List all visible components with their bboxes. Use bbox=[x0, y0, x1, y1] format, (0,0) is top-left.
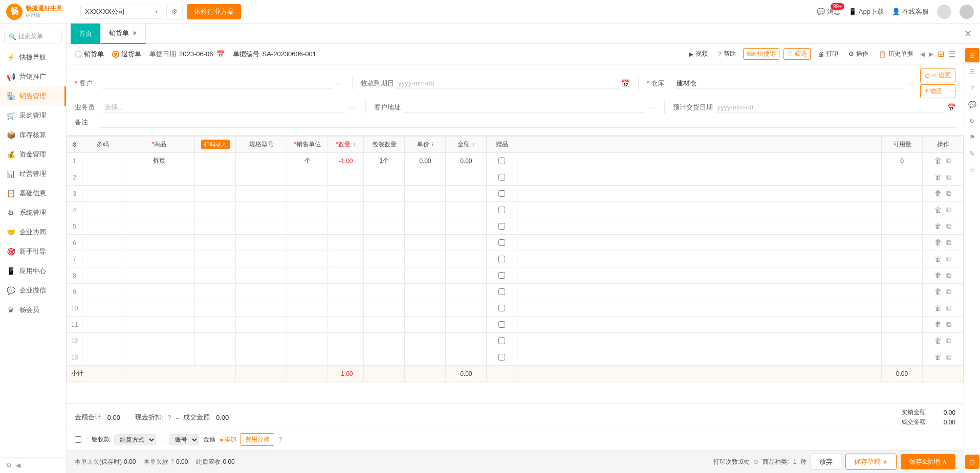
cell-unit-6[interactable] bbox=[287, 251, 328, 267]
cell-pkg-2[interactable] bbox=[364, 186, 405, 202]
delete-icon-3[interactable]: 🗑 bbox=[933, 206, 943, 214]
sidebar-item-sales-mgmt[interactable]: 🏪销售管理 bbox=[0, 86, 66, 106]
sidebar-item-inventory[interactable]: 📦库存核算 bbox=[0, 125, 66, 145]
delete-icon-9[interactable]: 🗑 bbox=[933, 304, 943, 312]
cell-amount-2[interactable] bbox=[446, 186, 487, 202]
cell-amount-10[interactable] bbox=[446, 317, 487, 333]
cell-price-9[interactable] bbox=[405, 300, 446, 317]
cell-unit-4[interactable] bbox=[287, 218, 328, 235]
cell-amount-3[interactable] bbox=[446, 202, 487, 218]
cumul-owe-info[interactable]: ? bbox=[170, 458, 174, 465]
customer-address-input[interactable] bbox=[403, 102, 644, 113]
cell-price-10[interactable] bbox=[405, 317, 446, 333]
cell-gift-9[interactable] bbox=[487, 300, 517, 317]
remark-input[interactable] bbox=[100, 117, 955, 128]
cell-price-2[interactable] bbox=[405, 186, 446, 202]
sidebar-search[interactable]: 🔍 搜索菜单 bbox=[4, 30, 62, 43]
copy-icon-12[interactable]: ⧉ bbox=[945, 353, 953, 361]
cell-qty-11[interactable] bbox=[328, 333, 364, 349]
settings-icon[interactable]: ⚙ bbox=[166, 4, 183, 20]
cell-barcode-4[interactable] bbox=[82, 218, 123, 235]
delete-icon-6[interactable]: 🗑 bbox=[933, 255, 943, 263]
cell-qty-0[interactable]: -1.00 bbox=[328, 153, 364, 169]
warehouse-dots-icon[interactable]: ··· bbox=[906, 79, 916, 87]
cell-price-3[interactable] bbox=[405, 202, 446, 218]
expense-split-button[interactable]: 费用分摊 bbox=[241, 433, 274, 446]
cell-price-7[interactable] bbox=[405, 267, 446, 284]
cell-gift-0[interactable] bbox=[487, 153, 517, 169]
company-selector[interactable]: XXXXXX公司 ▾ bbox=[80, 5, 162, 19]
cell-unit-3[interactable] bbox=[287, 202, 328, 218]
copy-icon-5[interactable]: ⧉ bbox=[945, 238, 953, 246]
online-service-button[interactable]: 👤 在线客服 bbox=[892, 7, 929, 16]
copy-icon-7[interactable]: ⧉ bbox=[945, 271, 953, 279]
sidebar-item-app-center[interactable]: 📱应用中心 bbox=[0, 261, 66, 281]
cell-goods-10[interactable] bbox=[123, 317, 195, 333]
cell-goods-6[interactable] bbox=[123, 251, 195, 267]
sidebar-item-member[interactable]: ♛畅会员 bbox=[0, 300, 66, 320]
cell-spec-0[interactable] bbox=[236, 153, 287, 169]
avatar[interactable] bbox=[937, 5, 951, 19]
app-download-button[interactable]: 📱 App下载 bbox=[848, 7, 884, 16]
cell-qty-9[interactable] bbox=[328, 300, 364, 317]
sidebar-item-biz-mgmt[interactable]: 📊经营管理 bbox=[0, 164, 66, 184]
sidebar-item-basic-info[interactable]: 📋基础信息 bbox=[0, 184, 66, 203]
cell-qty-12[interactable] bbox=[328, 349, 364, 366]
cell-qty-8[interactable] bbox=[328, 284, 364, 300]
tab-sales[interactable]: 销货单 ✕ bbox=[101, 24, 146, 44]
cell-price-1[interactable] bbox=[405, 169, 446, 186]
cell-barcode-8[interactable] bbox=[82, 284, 123, 300]
cell-goods-9[interactable] bbox=[123, 300, 195, 317]
delete-icon-7[interactable]: 🗑 bbox=[933, 271, 943, 279]
one-click-pay-checkbox[interactable] bbox=[75, 436, 81, 443]
message-button[interactable]: 💬 消息 99+ bbox=[817, 7, 840, 16]
expense-help-icon[interactable]: ? bbox=[278, 436, 282, 443]
sidebar-item-finance[interactable]: 💰资金管理 bbox=[0, 145, 66, 164]
cell-qty-2[interactable] bbox=[328, 186, 364, 202]
logistics-button[interactable]: + 物流 bbox=[920, 84, 955, 98]
sidebar-item-purchase-mgmt[interactable]: 🛒采购管理 bbox=[0, 106, 66, 125]
delete-icon-0[interactable]: 🗑 bbox=[933, 156, 943, 165]
cell-spec-4[interactable] bbox=[236, 218, 287, 235]
expected-date-cal-icon[interactable]: 📅 bbox=[947, 103, 955, 111]
cell-pkg-4[interactable] bbox=[364, 218, 405, 235]
sidebar-item-system[interactable]: ⚙系统管理 bbox=[0, 203, 66, 222]
discard-button[interactable]: 放弃 bbox=[811, 454, 841, 470]
cell-barcode-6[interactable] bbox=[82, 251, 123, 267]
cell-goods-2[interactable] bbox=[123, 186, 195, 202]
cell-goods-11[interactable] bbox=[123, 333, 195, 349]
cell-gift-6[interactable] bbox=[487, 251, 517, 267]
nav-prev-icon[interactable]: ◀ bbox=[920, 51, 925, 58]
cell-goods-3[interactable] bbox=[123, 202, 195, 218]
cell-gift-11[interactable] bbox=[487, 333, 517, 349]
cell-qty-7[interactable] bbox=[328, 267, 364, 284]
cell-barcode-2[interactable] bbox=[82, 186, 123, 202]
cell-barcode-12[interactable] bbox=[82, 349, 123, 366]
cell-unit-1[interactable] bbox=[287, 169, 328, 186]
cell-pkg-0[interactable]: 1个 bbox=[364, 153, 405, 169]
delete-icon-8[interactable]: 🗑 bbox=[933, 287, 943, 296]
save-draft-button[interactable]: 保存草稿 ∧ bbox=[845, 454, 897, 470]
cell-gift-7[interactable] bbox=[487, 267, 517, 284]
cell-qty-5[interactable] bbox=[328, 235, 364, 251]
goods-type-val[interactable]: 1 bbox=[793, 458, 797, 465]
copy-icon-0[interactable]: ⧉ bbox=[945, 156, 953, 165]
th-scan[interactable]: 扫码录入 bbox=[195, 137, 236, 153]
delete-icon-5[interactable]: 🗑 bbox=[933, 238, 943, 246]
settle-method-select[interactable]: 结算方式 bbox=[114, 434, 156, 445]
delete-icon-1[interactable]: 🗑 bbox=[933, 173, 943, 181]
copy-icon-10[interactable]: ⧉ bbox=[945, 320, 953, 328]
radio-sale[interactable]: 销货单 bbox=[75, 50, 104, 59]
cell-spec-6[interactable] bbox=[236, 251, 287, 267]
cell-amount-1[interactable] bbox=[446, 169, 487, 186]
cell-pkg-5[interactable] bbox=[364, 235, 405, 251]
cell-unit-9[interactable] bbox=[287, 300, 328, 317]
expected-date-input[interactable] bbox=[715, 102, 945, 113]
close-all-icon[interactable]: ✕ bbox=[960, 28, 976, 39]
warehouse-input[interactable] bbox=[674, 78, 904, 89]
cell-amount-9[interactable] bbox=[446, 300, 487, 317]
copy-icon-2[interactable]: ⧉ bbox=[945, 189, 953, 197]
sidebar-item-enterprise[interactable]: 🤝企业协同 bbox=[0, 222, 66, 242]
copy-icon-4[interactable]: ⧉ bbox=[945, 222, 953, 230]
cell-unit-8[interactable] bbox=[287, 284, 328, 300]
